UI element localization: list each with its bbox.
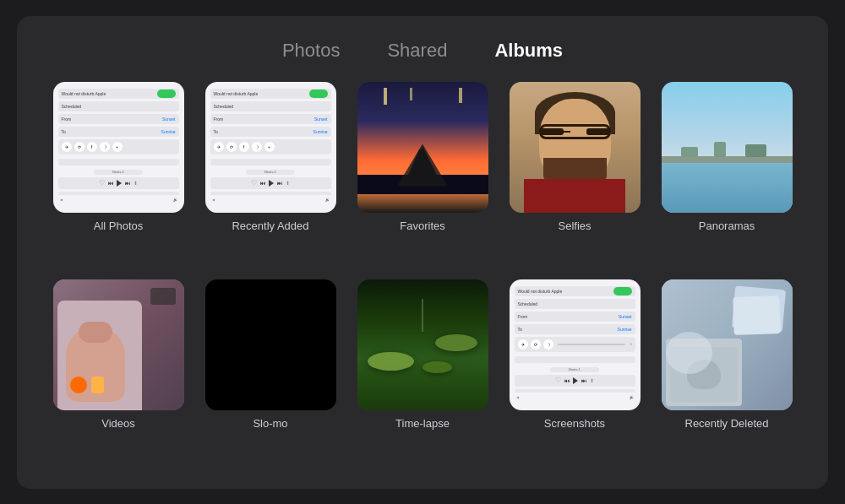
album-favorites-label: Favorites (400, 219, 444, 232)
album-selfies-thumb (510, 82, 641, 213)
album-screenshots-thumb: Would not disturb Apple Scheduled From S… (510, 279, 641, 410)
album-selfies-label: Selfies (558, 219, 591, 232)
tv-frame: Photos Shared Albums Would not disturb A… (17, 16, 828, 489)
album-all-photos[interactable]: Would not disturb Apple Scheduled From S… (51, 82, 186, 266)
tab-albums-label: Albums (494, 40, 563, 61)
album-recently-added-label: Recently Added (232, 219, 308, 232)
tab-albums[interactable]: Albums (488, 36, 570, 65)
album-panoramas-label: Panoramas (699, 219, 755, 232)
album-recently-added-thumb: Would not disturb Apple Scheduled From S… (205, 82, 336, 213)
album-screenshots[interactable]: Would not disturb Apple Scheduled From S… (507, 279, 642, 463)
tab-bar: Photos Shared Albums (275, 16, 570, 82)
tab-photos-label: Photos (282, 40, 341, 61)
album-all-photos-thumb: Would not disturb Apple Scheduled From S… (53, 82, 184, 213)
album-recently-deleted-label: Recently Deleted (685, 417, 769, 430)
album-timelapse[interactable]: Time-lapse (355, 279, 490, 463)
album-panoramas-thumb (662, 82, 793, 213)
album-timelapse-thumb (357, 279, 488, 410)
albums-grid: Would not disturb Apple Scheduled From S… (51, 82, 794, 463)
album-slomo[interactable]: Slo-mo (203, 279, 338, 463)
album-videos[interactable]: Videos (51, 279, 186, 463)
tab-shared[interactable]: Shared (380, 36, 454, 65)
tab-shared-label: Shared (387, 40, 447, 61)
album-slomo-thumb (205, 279, 336, 410)
album-panoramas[interactable]: Panoramas (659, 82, 794, 266)
album-screenshots-label: Screenshots (544, 417, 605, 430)
album-recently-deleted[interactable]: Recently Deleted (659, 279, 794, 463)
album-slomo-label: Slo-mo (253, 417, 287, 430)
album-videos-label: Videos (101, 417, 135, 430)
album-recently-added[interactable]: Would not disturb Apple Scheduled From S… (203, 82, 338, 266)
album-all-photos-label: All Photos (94, 219, 144, 232)
album-recently-deleted-thumb (662, 279, 793, 410)
album-favorites[interactable]: Favorites (355, 82, 490, 266)
album-timelapse-label: Time-lapse (395, 417, 450, 430)
album-selfies[interactable]: Selfies (507, 82, 642, 266)
album-videos-thumb (53, 279, 184, 410)
tab-photos[interactable]: Photos (275, 36, 347, 65)
album-favorites-thumb (357, 82, 488, 213)
